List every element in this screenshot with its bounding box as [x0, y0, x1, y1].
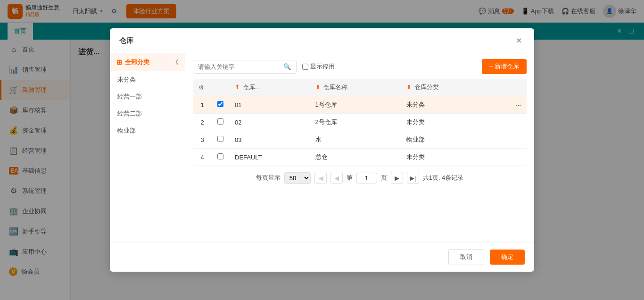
- cell-category: 未分类: [401, 149, 492, 166]
- modal-title: 仓库: [119, 36, 133, 45]
- cancel-btn[interactable]: 取消: [448, 249, 484, 265]
- row-checkbox[interactable]: [217, 118, 223, 125]
- row-checkbox[interactable]: [217, 136, 223, 142]
- cell-no: 4: [193, 149, 212, 166]
- modal-header: 仓库 ×: [110, 28, 534, 53]
- table-row[interactable]: 3 03 水 物业部: [193, 131, 527, 149]
- page-size-select[interactable]: 50 10 20 100: [284, 172, 311, 184]
- cell-code: 01: [229, 96, 310, 114]
- th-name[interactable]: ⬆ 仓库名称: [310, 79, 401, 96]
- category-item-1[interactable]: 经营一部: [110, 88, 185, 105]
- table-body: 1 01 1号仓库 未分类 ··· 2 02 2号仓库 未分类 3 03 水 物…: [193, 96, 527, 166]
- row-checkbox[interactable]: [217, 101, 223, 107]
- cell-action: [492, 149, 527, 166]
- sort-icon-code: ⬆: [235, 83, 240, 91]
- table-panel: 🔍 显示停用 + 新增仓库 ⚙ ⬆: [185, 53, 534, 242]
- category-item-2[interactable]: 经营二部: [110, 105, 185, 122]
- category-item-0[interactable]: 未分类: [110, 71, 185, 88]
- modal-close-btn[interactable]: ×: [513, 35, 525, 46]
- grid-icon: ⊞: [116, 58, 122, 66]
- cell-no: 3: [193, 131, 212, 149]
- cell-category: 物业部: [401, 131, 492, 149]
- page-label: 页: [381, 174, 387, 182]
- cell-checkbox[interactable]: [212, 131, 229, 149]
- pagination: 每页显示 50 10 20 100 |◀ ◀ 第 页 ▶ ▶| 共1页, 4条记…: [193, 166, 527, 186]
- table-row[interactable]: 1 01 1号仓库 未分类 ···: [193, 96, 527, 114]
- show-disabled-checkbox[interactable]: [302, 64, 308, 70]
- cell-name: 总仓: [310, 149, 401, 166]
- sort-icon-name: ⬆: [315, 83, 321, 91]
- cell-category: 未分类: [401, 114, 492, 131]
- show-disabled-label[interactable]: 显示停用: [302, 62, 335, 71]
- cell-checkbox[interactable]: [212, 149, 229, 166]
- modal-body: ⊞ 全部分类 《 未分类 经营一部 经营二部 物业部: [110, 53, 534, 242]
- search-button[interactable]: 🔍: [279, 60, 296, 73]
- total-label: 共1页, 4条记录: [423, 174, 464, 182]
- cell-action: ···: [492, 96, 527, 114]
- th-category[interactable]: ⬆ 仓库分类: [401, 79, 492, 96]
- cell-no: 2: [193, 114, 212, 131]
- category-panel: ⊞ 全部分类 《 未分类 经营一部 经营二部 物业部: [110, 53, 185, 242]
- warehouse-modal: 仓库 × ⊞ 全部分类 《 未分类 经营一部 经营二部: [110, 28, 534, 272]
- th-checkbox: [212, 79, 229, 96]
- cell-name: 水: [310, 131, 401, 149]
- collapse-icon[interactable]: 《: [173, 58, 178, 67]
- table-toolbar: 🔍 显示停用 + 新增仓库: [193, 59, 527, 74]
- all-categories-item[interactable]: ⊞ 全部分类 《: [110, 53, 185, 71]
- th-code[interactable]: ⬆ 仓库...: [229, 79, 310, 96]
- cell-checkbox[interactable]: [212, 114, 229, 131]
- page-last-btn[interactable]: ▶|: [407, 172, 419, 184]
- th-settings[interactable]: ⚙: [193, 79, 212, 96]
- page-input[interactable]: [356, 173, 377, 183]
- page-unit: 第: [347, 174, 353, 182]
- cell-action: [492, 131, 527, 149]
- cell-checkbox[interactable]: [212, 96, 229, 114]
- add-warehouse-btn[interactable]: + 新增仓库: [482, 59, 527, 74]
- th-action: [492, 79, 527, 96]
- cell-code: DEFAULT: [229, 149, 310, 166]
- cell-name: 1号仓库: [310, 96, 401, 114]
- page-prev-btn[interactable]: ◀: [330, 172, 343, 184]
- cell-code: 02: [229, 114, 310, 131]
- page-first-btn[interactable]: |◀: [314, 172, 327, 184]
- table-row[interactable]: 4 DEFAULT 总仓 未分类: [193, 149, 527, 166]
- table-header-row: ⚙ ⬆ 仓库... ⬆ 仓库名称 ⬆: [193, 79, 527, 96]
- cell-code: 03: [229, 131, 310, 149]
- table-row[interactable]: 2 02 2号仓库 未分类: [193, 114, 527, 131]
- search-input[interactable]: [193, 60, 279, 73]
- page-next-btn[interactable]: ▶: [391, 172, 403, 184]
- cell-no: 1: [193, 96, 212, 114]
- row-checkbox[interactable]: [217, 153, 223, 159]
- warehouse-table: ⚙ ⬆ 仓库... ⬆ 仓库名称 ⬆: [193, 79, 527, 166]
- modal-footer: 取消 确定: [110, 242, 534, 272]
- cell-action: [492, 114, 527, 131]
- page-size-label: 每页显示: [256, 174, 281, 182]
- table-head: ⚙ ⬆ 仓库... ⬆ 仓库名称 ⬆: [193, 79, 527, 96]
- category-item-3[interactable]: 物业部: [110, 122, 185, 139]
- cell-name: 2号仓库: [310, 114, 401, 131]
- modal-overlay: 仓库 × ⊞ 全部分类 《 未分类 经营一部 经营二部: [0, 0, 644, 300]
- search-box: 🔍: [193, 60, 297, 74]
- all-categories-label: 全部分类: [125, 58, 149, 67]
- sort-icon-category: ⬆: [406, 83, 412, 91]
- cell-category: 未分类: [401, 96, 492, 114]
- confirm-btn[interactable]: 确定: [490, 250, 525, 265]
